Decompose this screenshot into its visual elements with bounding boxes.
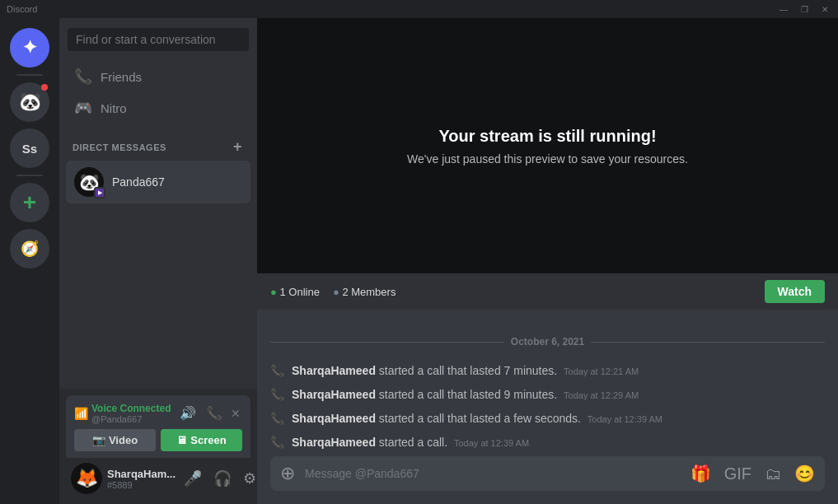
window-controls[interactable]: — ❐ ✕ xyxy=(776,3,831,16)
media-buttons: 📷 Video 🖥 Screen xyxy=(74,429,242,451)
divider-line-left xyxy=(270,342,504,343)
message-content-2: SharqaHameed started a call that lasted … xyxy=(292,386,825,404)
call-icon-2: 📞 xyxy=(270,388,283,401)
dm-section-header: DIRECT MESSAGES + xyxy=(59,124,257,161)
user-avatar-server-wrapper: 🐼 xyxy=(10,82,49,122)
voice-disconnect-button[interactable]: 📞 xyxy=(203,402,226,424)
panda667-avatar: 🐼 ▶ xyxy=(74,167,104,197)
voice-connected-text: Voice Connected xyxy=(91,403,171,414)
titlebar: Discord — ❐ ✕ xyxy=(0,0,838,18)
message-text-1: started a call that lasted 7 minutes. xyxy=(379,364,557,377)
search-input[interactable] xyxy=(68,28,249,51)
message-timestamp-4: Today at 12:39 AM xyxy=(454,438,529,448)
user-settings-button[interactable]: ⚙ xyxy=(240,466,257,491)
stream-paused-title: Your stream is still running! xyxy=(438,127,656,146)
message-timestamp-1: Today at 12:21 AM xyxy=(564,366,639,376)
members-info: ● 1 Online ● 2 Members xyxy=(270,286,396,298)
user-avatar-small[interactable]: 🦊 xyxy=(71,463,102,494)
nitro-label: Nitro xyxy=(101,101,127,115)
video-button[interactable]: 📷 Video xyxy=(74,429,156,451)
server-sidebar: ✦ 🐼 Ss + 🧭 xyxy=(0,18,59,504)
member-count-text: 2 Members xyxy=(342,286,396,298)
emoji-button[interactable]: 😊 xyxy=(791,460,818,487)
sidebar-divider xyxy=(16,74,43,76)
voice-title-row: 📶 Voice Connected @Panda667 🔊 📞 ✕ xyxy=(74,402,242,424)
chat-area: October 6, 2021 📞 SharqaHameed started a… xyxy=(257,310,838,456)
dm-list: 🐼 ▶ Panda667 xyxy=(59,161,257,389)
dm-nav: 📞 Friends 🎮 Nitro xyxy=(59,61,257,124)
explore-servers-button[interactable]: 🧭 xyxy=(10,229,49,268)
member-dot: ● xyxy=(333,286,339,298)
message-text-3: started a call that lasted a few seconds… xyxy=(379,412,581,425)
online-count-text: 1 Online xyxy=(279,286,319,298)
screen-icon: 🖥 xyxy=(176,434,187,446)
add-attachment-button[interactable]: ⊕ xyxy=(277,456,298,491)
message-author-4: SharqaHameed xyxy=(292,436,376,449)
mute-button[interactable]: 🎤 xyxy=(180,466,205,491)
video-icon: 📷 xyxy=(92,434,105,446)
minimize-button[interactable]: — xyxy=(776,3,791,16)
discord-home-button[interactable]: ✦ xyxy=(10,28,49,68)
gif-button[interactable]: GIF xyxy=(721,461,755,487)
voice-close-button[interactable]: ✕ xyxy=(229,402,242,424)
message-input-area: ⊕ 🎁 GIF 🗂 😊 xyxy=(257,456,838,504)
member-count: ● 2 Members xyxy=(333,286,396,298)
voice-info-text: Voice Connected @Panda667 xyxy=(91,403,171,424)
dm-search-container[interactable] xyxy=(59,18,257,61)
user-info: SharqaHam... #5889 xyxy=(107,468,176,490)
online-count: ● 1 Online xyxy=(270,286,320,298)
app-body: ✦ 🐼 Ss + 🧭 📞 Friends 🎮 Nitro xyxy=(0,18,838,504)
message-author-1: SharqaHameed xyxy=(292,364,376,377)
notification-dot xyxy=(41,84,48,91)
message-text-4: started a call. xyxy=(379,436,447,449)
add-server-button[interactable]: + xyxy=(10,183,49,222)
nitro-nav-item[interactable]: 🎮 Nitro xyxy=(66,92,250,124)
voice-channel-info: 📶 Voice Connected @Panda667 xyxy=(74,403,171,424)
voice-username: Panda667 xyxy=(101,414,142,424)
friends-label: Friends xyxy=(101,70,142,84)
message-content-4: SharqaHameed started a call. Today at 12… xyxy=(292,434,825,451)
watch-button[interactable]: Watch xyxy=(765,280,825,303)
message-timestamp-2: Today at 12:29 AM xyxy=(564,390,639,400)
message-row: 📞 SharqaHameed started a call that laste… xyxy=(270,361,825,381)
date-divider: October 6, 2021 xyxy=(270,336,825,348)
voice-settings-button[interactable]: 🔊 xyxy=(176,402,199,424)
friends-nav-item[interactable]: 📞 Friends xyxy=(66,61,250,92)
sticker-button[interactable]: 🗂 xyxy=(761,461,784,487)
gift-button[interactable]: 🎁 xyxy=(687,460,714,487)
dm-item-panda667[interactable]: 🐼 ▶ Panda667 xyxy=(66,161,250,203)
message-row-4: 📞 SharqaHameed started a call. Today at … xyxy=(270,432,825,453)
ss-server-label: Ss xyxy=(22,142,37,156)
stream-preview: Your stream is still running! We've just… xyxy=(257,18,838,273)
input-actions: 🎁 GIF 🗂 😊 xyxy=(687,460,818,487)
add-dm-button[interactable]: + xyxy=(232,137,244,157)
call-icon-4: 📞 xyxy=(270,436,283,449)
close-button[interactable]: ✕ xyxy=(818,3,831,16)
screen-share-button[interactable]: 🖥 Screen xyxy=(161,429,242,451)
message-text-2: started a call that lasted 9 minutes. xyxy=(379,388,557,401)
user-discriminator: #5889 xyxy=(107,480,176,490)
message-row-3: 📞 SharqaHameed started a call that laste… xyxy=(270,408,825,429)
voice-server-name: @Panda667 xyxy=(91,414,171,424)
divider-line-right xyxy=(591,342,825,343)
message-timestamp-3: Today at 12:39 AM xyxy=(588,414,662,424)
voice-connected-bar: 📶 Voice Connected @Panda667 🔊 📞 ✕ xyxy=(66,395,250,458)
at-symbol: @ xyxy=(91,414,101,424)
date-divider-text: October 6, 2021 xyxy=(511,336,584,348)
message-author-3: SharqaHameed xyxy=(292,412,376,425)
message-input-box: ⊕ 🎁 GIF 🗂 😊 xyxy=(270,456,825,491)
call-icon-1: 📞 xyxy=(270,364,283,377)
message-content-3: SharqaHameed started a call that lasted … xyxy=(292,410,825,427)
dm-section-title: DIRECT MESSAGES xyxy=(73,142,166,152)
dm-sidebar: 📞 Friends 🎮 Nitro DIRECT MESSAGES + 🐼 ▶ … xyxy=(59,18,257,504)
message-row-2: 📞 SharqaHameed started a call that laste… xyxy=(270,385,825,405)
nitro-icon: 🎮 xyxy=(74,99,92,117)
screen-label: Screen xyxy=(190,434,226,446)
ss-server-icon[interactable]: Ss xyxy=(10,128,49,168)
message-author-2: SharqaHameed xyxy=(292,388,376,401)
deafen-button[interactable]: 🎧 xyxy=(210,466,235,491)
message-input[interactable] xyxy=(305,457,681,490)
streaming-badge: ▶ xyxy=(94,187,105,198)
maximize-button[interactable]: ❐ xyxy=(798,3,812,16)
message-content-1: SharqaHameed started a call that lasted … xyxy=(292,362,825,380)
